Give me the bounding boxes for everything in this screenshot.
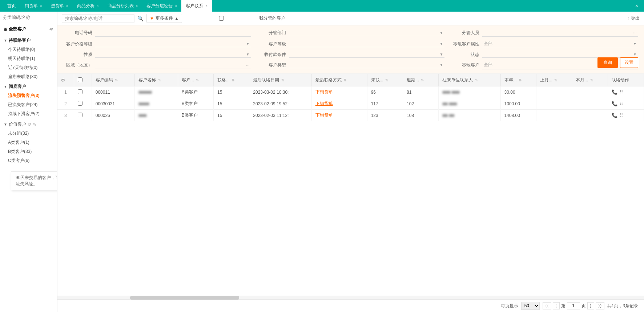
col-unlink[interactable]: 未联... ⇅ bbox=[367, 74, 403, 86]
tab-customer-contact-close[interactable]: × bbox=[205, 4, 208, 8]
sidebar-item-today[interactable]: 今天待联络(0) bbox=[0, 45, 57, 54]
customer-level-select[interactable]: ▼ bbox=[289, 41, 445, 47]
query-button[interactable]: 查询 bbox=[597, 57, 618, 68]
col-settings[interactable]: ⚙ bbox=[57, 74, 74, 86]
phone-input[interactable] bbox=[95, 29, 251, 37]
tab-customer-layer[interactable]: 客户分层经营 × bbox=[142, 0, 181, 12]
sidebar-group-pending[interactable]: ▼ 待联络客户 bbox=[0, 35, 57, 45]
col-type[interactable]: 客户... ⇅ bbox=[178, 74, 213, 86]
status-select[interactable]: ▼ bbox=[482, 51, 638, 58]
nature-select[interactable]: ▼ bbox=[95, 51, 251, 58]
tab-analysis-close[interactable]: × bbox=[97, 4, 99, 8]
action-icons-2: 📞 ⠿ bbox=[612, 101, 640, 106]
filter-bar: 🔍 ▼ 更多条件 ▲ 我分管的客户 ↑ 导出 bbox=[57, 12, 644, 25]
table-container: ⚙ 客户编码 ⇅ 客户名称 ⇅ 客户... ⇅ 联络... ⇅ 最后联络日期 ⇅… bbox=[57, 74, 644, 296]
horizontal-scrollbar[interactable] bbox=[57, 296, 644, 299]
tab-customer-contact[interactable]: 客户联系 × bbox=[181, 0, 212, 12]
action-more-2[interactable]: ⠿ bbox=[620, 101, 623, 106]
col-checkbox[interactable] bbox=[74, 74, 92, 86]
sidebar-search-input[interactable] bbox=[3, 15, 57, 20]
sidebar-item-ungrouped[interactable]: 未分组(32) bbox=[0, 129, 57, 138]
tab-purchase-close[interactable]: × bbox=[66, 4, 68, 8]
col-this-year[interactable]: 本年... ⇅ bbox=[500, 74, 536, 86]
sidebar-item-7days[interactable]: 近7天待联络(0) bbox=[0, 63, 57, 72]
tab-sales-close[interactable]: × bbox=[40, 4, 42, 8]
sidebar-item-tomorrow[interactable]: 明天待联络(1) bbox=[0, 54, 57, 63]
sidebar-all-customers[interactable]: ⊞ 全部客户 ≪ bbox=[0, 23, 57, 35]
per-page-select[interactable]: 50 20 100 bbox=[521, 302, 540, 310]
search-input[interactable] bbox=[62, 14, 134, 23]
refresh-icon[interactable]: ↺ bbox=[28, 122, 31, 127]
sidebar-item-class-c[interactable]: C类客户(6) bbox=[0, 156, 57, 165]
payment-select[interactable]: ▼ bbox=[289, 51, 445, 58]
prev-page-btn[interactable]: ⟨ bbox=[553, 302, 560, 309]
person-select[interactable]: ··· bbox=[482, 29, 638, 37]
tab-customer-layer-close[interactable]: × bbox=[175, 4, 177, 8]
more-conditions-btn[interactable]: ▼ 更多条件 ▲ bbox=[146, 14, 182, 23]
sidebar-item-declining[interactable]: 持续下滑客户(2) bbox=[0, 109, 57, 118]
customer-type-select[interactable]: ▼ bbox=[289, 62, 445, 68]
col-code[interactable]: 客户编码 ⇅ bbox=[92, 74, 134, 86]
sort-overdue: ⇅ bbox=[421, 78, 424, 82]
price-level-select[interactable]: ▼ bbox=[95, 41, 251, 47]
dept-select[interactable]: ▼ bbox=[289, 30, 445, 36]
select-all-checkbox[interactable] bbox=[78, 77, 82, 82]
home-tab[interactable]: 首页 bbox=[3, 0, 20, 12]
status-arrow: ▼ bbox=[633, 52, 637, 56]
settings-button[interactable]: 设置 bbox=[620, 57, 638, 68]
sidebar-group-churn[interactable]: ▼ 闯鹿客户 bbox=[0, 81, 57, 91]
sidebar-item-churn-warning[interactable]: 流失预警客户(3) bbox=[0, 91, 57, 100]
col-last-month[interactable]: 上月... ⇅ bbox=[536, 74, 572, 86]
grid-icon: ⊞ bbox=[4, 27, 7, 32]
row-checkbox-2[interactable] bbox=[74, 98, 92, 110]
row-checkbox-3[interactable] bbox=[74, 110, 92, 121]
col-name[interactable]: 客户名称 ⇅ bbox=[135, 74, 178, 86]
close-window-btn[interactable]: × bbox=[632, 3, 641, 9]
col-last-date[interactable]: 最后联络日期 ⇅ bbox=[249, 74, 311, 86]
zero-attr-select[interactable]: 全部 ▼ bbox=[482, 40, 638, 48]
search-button[interactable]: 🔍 bbox=[137, 16, 144, 21]
customer-level-arrow: ▼ bbox=[439, 42, 443, 46]
export-btn[interactable]: ↑ 导出 bbox=[627, 15, 640, 21]
action-more-1[interactable]: ⠿ bbox=[620, 89, 623, 95]
col-contact[interactable]: 联络... ⇅ bbox=[213, 74, 249, 86]
table-row: 3 000026 ■■■ B类客户 15 2023-02-03 11:12: 下… bbox=[57, 110, 644, 121]
col-last-method[interactable]: 最后联络方式 ⇅ bbox=[311, 74, 367, 86]
action-phone-2[interactable]: 📞 bbox=[612, 101, 617, 106]
tab-sales[interactable]: 销货单 × bbox=[20, 0, 47, 12]
sidebar-group-value[interactable]: ▼ 价值客户 ↺ ✎ bbox=[0, 120, 57, 129]
filter-row-4: 区域（地区） ··· 客户类型 ▼ 零散客户 全部 bbox=[63, 61, 638, 69]
last-page-btn[interactable]: ⟩⟩ bbox=[596, 302, 604, 309]
row-last-method-1[interactable]: 下销货单 bbox=[311, 86, 367, 98]
tab-analysis-list[interactable]: 商品分析列表 × bbox=[103, 0, 142, 12]
edit-icon[interactable]: ✎ bbox=[33, 122, 36, 127]
my-customers-checkbox[interactable] bbox=[185, 16, 258, 21]
row-checkbox-1[interactable] bbox=[74, 86, 92, 98]
group-arrow-3: ▼ bbox=[4, 122, 7, 126]
region-select[interactable]: ··· bbox=[95, 61, 251, 69]
row-last-method-3[interactable]: 下销货单 bbox=[311, 110, 367, 121]
row-last-date-1: 2023-03-02 10:30: bbox=[249, 86, 311, 98]
sidebar-item-class-b[interactable]: B类客户(33) bbox=[0, 147, 57, 156]
next-page-btn[interactable]: ⟩ bbox=[587, 302, 594, 309]
sidebar-collapse-btn[interactable]: ≪ bbox=[49, 27, 53, 32]
action-more-3[interactable]: ⠿ bbox=[620, 113, 623, 118]
filter-customer-level: 客户等级 ▼ bbox=[257, 41, 445, 47]
region-dots[interactable]: ··· bbox=[246, 62, 250, 68]
person-dots[interactable]: ··· bbox=[633, 30, 637, 35]
col-contact2[interactable]: 往来单位联系人 ⇅ bbox=[439, 74, 500, 86]
col-this-month[interactable]: 本月... ⇅ bbox=[572, 74, 608, 86]
page-input[interactable] bbox=[567, 302, 580, 309]
sidebar-item-overdue[interactable]: 逾期未联络(30) bbox=[0, 72, 57, 81]
tab-analysis[interactable]: 商品分析 × bbox=[73, 0, 103, 12]
scrollbar-thumb[interactable] bbox=[130, 296, 239, 300]
tab-purchase[interactable]: 进货单 × bbox=[47, 0, 73, 12]
sidebar-item-churned[interactable]: 已流失客户(24) bbox=[0, 100, 57, 109]
tab-analysis-list-close[interactable]: × bbox=[136, 4, 138, 8]
action-phone-1[interactable]: 📞 bbox=[612, 89, 617, 95]
sidebar-item-class-a[interactable]: A类客户(1) bbox=[0, 138, 57, 147]
first-page-btn[interactable]: ⟨⟨ bbox=[543, 302, 551, 309]
action-phone-3[interactable]: 📞 bbox=[612, 113, 617, 118]
row-last-method-2[interactable]: 下销货单 bbox=[311, 98, 367, 110]
col-overdue[interactable]: 逾期... ⇅ bbox=[403, 74, 438, 86]
